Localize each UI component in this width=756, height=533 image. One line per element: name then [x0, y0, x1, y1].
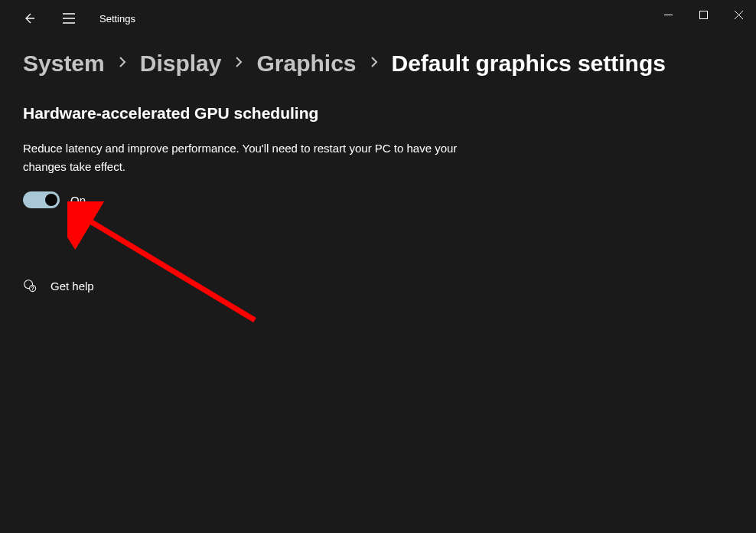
get-help-link[interactable]: ? Get help: [23, 279, 733, 293]
chevron-right-icon: [119, 56, 126, 72]
help-icon: ?: [23, 279, 37, 293]
toggle-state-label: On: [70, 194, 86, 207]
arrow-left-icon: [23, 12, 35, 25]
app-title: Settings: [99, 13, 135, 25]
gpu-scheduling-toggle-row: On: [23, 191, 733, 208]
toggle-thumb: [45, 194, 57, 206]
window-controls: [650, 0, 756, 29]
svg-text:?: ?: [31, 286, 34, 291]
close-icon: [735, 11, 743, 19]
breadcrumb-system[interactable]: System: [23, 51, 105, 77]
breadcrumb-display[interactable]: Display: [140, 51, 222, 77]
maximize-button[interactable]: [686, 0, 721, 29]
section-description: Reduce latency and improve performance. …: [23, 139, 467, 176]
breadcrumb-graphics[interactable]: Graphics: [256, 51, 356, 77]
menu-button[interactable]: [54, 3, 84, 34]
minimize-icon: [664, 11, 673, 19]
breadcrumb: System Display Graphics Default graphics…: [0, 37, 756, 84]
back-button[interactable]: [14, 3, 44, 34]
title-bar: Settings: [0, 0, 756, 37]
maximize-icon: [699, 11, 708, 19]
section-title: Hardware-accelerated GPU scheduling: [23, 104, 733, 123]
main-content: Hardware-accelerated GPU scheduling Redu…: [0, 84, 756, 312]
close-button[interactable]: [721, 0, 756, 29]
gpu-scheduling-toggle[interactable]: [23, 191, 60, 208]
breadcrumb-current: Default graphics settings: [392, 51, 666, 77]
svg-rect-4: [699, 11, 707, 18]
help-label: Get help: [51, 280, 94, 293]
hamburger-icon: [63, 13, 75, 24]
chevron-right-icon: [370, 56, 378, 72]
chevron-right-icon: [235, 56, 243, 72]
minimize-button[interactable]: [650, 0, 686, 29]
